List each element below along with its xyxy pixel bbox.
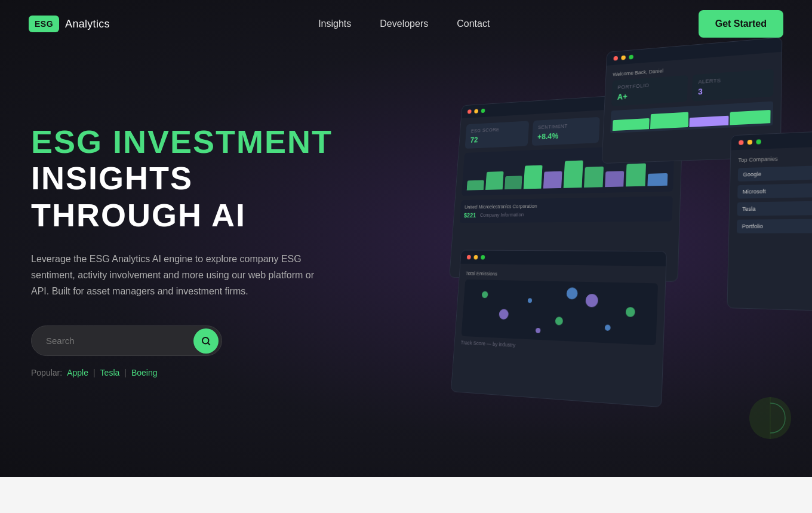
bar-8	[605, 171, 625, 187]
b-dot-yellow	[473, 255, 478, 260]
svg-line-1	[208, 343, 210, 345]
scatter-2	[499, 309, 509, 320]
popular-row: Popular: Apple | Tesla | Boeing	[31, 368, 351, 377]
tr-dot-red	[613, 56, 618, 61]
scatter-8	[536, 328, 541, 333]
nav-item-developers[interactable]: Developers	[380, 19, 428, 29]
metric-esg: ESG Score 72	[465, 121, 530, 149]
bottom-card-title: Total Emissions	[466, 271, 659, 279]
tr-metric-1: Portfolio A+	[611, 75, 688, 106]
company-item-4: PortfolioA-	[737, 219, 812, 234]
navigation: ESG Analytics Insights Developers Contac…	[0, 0, 812, 48]
metric-sentiment-value: +8.4%	[537, 130, 594, 141]
card-body-top-right: Welcome Back, Daniel Portfolio A+ Alerts…	[603, 52, 782, 140]
logo-text: Analytics	[65, 18, 110, 30]
scatter-6	[604, 324, 610, 331]
get-started-button[interactable]: Get Started	[699, 10, 783, 38]
metric-esg-value: 72	[470, 133, 523, 145]
window-dot-yellow	[474, 109, 478, 113]
fr-dot-red	[739, 140, 744, 145]
popular-link-apple[interactable]: Apple	[67, 368, 88, 377]
hero-content: ESG INVESTMENT INSIGHTS THROUGH AI Lever…	[0, 53, 382, 425]
tr-dot-green	[629, 55, 633, 60]
dashboard-card-bottom: Total Emissions Track Score — by industr…	[451, 250, 667, 407]
tr-mini-bars	[610, 102, 773, 134]
scatter-9	[566, 287, 578, 299]
search-button[interactable]	[193, 328, 219, 354]
dashboard-card-far-right: Top Companies GoogleA MicrosoftA+ TeslaB…	[727, 129, 812, 313]
logo: ESG Analytics	[29, 16, 110, 32]
hero-description: Leverage the ESG Analytics AI engine to …	[31, 251, 330, 300]
company-list: GoogleA MicrosoftA+ TeslaB+ PortfolioA-	[737, 164, 812, 234]
window-dot-red	[467, 109, 472, 113]
nav-links: Insights Developers Contact	[318, 19, 490, 29]
fr-dot-green	[756, 139, 761, 144]
metric-sentiment-label: Sentiment	[538, 122, 595, 130]
popular-link-tesla[interactable]: Tesla	[100, 368, 120, 377]
company-item-3: TeslaB+	[737, 200, 812, 216]
nav-link-developers[interactable]: Developers	[380, 19, 428, 29]
company-score: $221	[464, 212, 476, 219]
scatter-3	[528, 298, 533, 303]
scatter-4	[555, 317, 564, 325]
scatter-7	[626, 307, 635, 317]
scatter-5	[585, 294, 598, 308]
company-item-1: GoogleA	[738, 164, 812, 182]
popular-label: Popular:	[31, 368, 62, 377]
bar-2	[485, 171, 503, 190]
bar-5	[543, 171, 562, 189]
metric-esg-label: ESG Score	[470, 125, 524, 134]
metric-sentiment: Sentiment +8.4%	[532, 117, 600, 146]
bar-7	[584, 167, 604, 188]
popular-link-boeing[interactable]: Boeing	[131, 368, 158, 377]
hero-section: ESG INVESTMENT INSIGHTS THROUGH AI Lever…	[0, 0, 812, 478]
hero-title-line2: INSIGHTS THROUGH AI	[31, 159, 351, 234]
b-dot-red	[467, 255, 471, 260]
company-item-2: MicrosoftA+	[737, 182, 812, 199]
bar-6	[564, 160, 583, 188]
company-detail: Company Information	[480, 212, 524, 218]
bar-1	[467, 180, 484, 191]
separator-2: |	[124, 368, 127, 377]
bar-10	[648, 173, 668, 186]
company-name-label: United Microelectronics Corporation	[465, 201, 668, 210]
bar-3	[505, 176, 522, 189]
nav-link-insights[interactable]: Insights	[318, 19, 351, 29]
card-body-far-right: Top Companies GoogleA MicrosoftA+ TeslaB…	[729, 145, 812, 241]
bar-4	[524, 165, 543, 189]
footer-strip	[0, 477, 812, 513]
nav-link-contact[interactable]: Contact	[457, 19, 490, 29]
logo-badge: ESG	[29, 16, 59, 32]
search-bar	[31, 325, 222, 356]
card-body-bottom: Total Emissions Track Score — by industr…	[454, 264, 666, 364]
window-dot-green	[481, 109, 485, 113]
scatter-1	[482, 291, 488, 299]
search-icon	[201, 336, 211, 346]
tr-dot-yellow	[621, 56, 626, 60]
b-dot-green	[481, 255, 485, 260]
scatter-chart	[462, 279, 659, 345]
tr-metric-2: Alerts 3	[692, 69, 774, 102]
bar-9	[626, 163, 646, 186]
fr-dot-yellow	[748, 140, 753, 145]
nav-item-contact[interactable]: Contact	[457, 19, 490, 29]
svg-point-0	[202, 337, 209, 344]
nav-item-insights[interactable]: Insights	[318, 19, 351, 29]
fr-title: Top Companies	[738, 153, 812, 164]
separator-1: |	[93, 368, 96, 377]
leaf-decoration	[746, 394, 794, 442]
hero-title-line1: ESG INVESTMENT	[31, 124, 351, 159]
